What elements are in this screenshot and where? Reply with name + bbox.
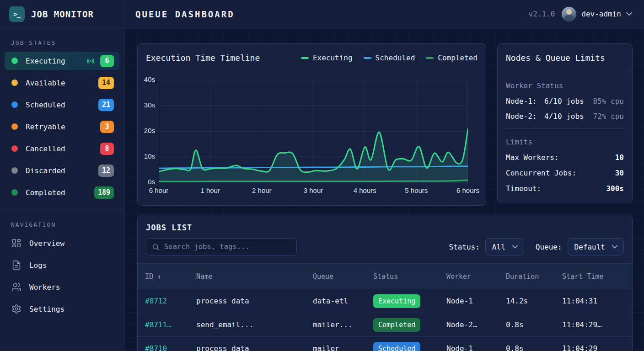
legend-item[interactable]: Completed [426, 53, 478, 62]
sidebar-state-cancelled[interactable]: Cancelled 8 [5, 139, 119, 158]
job-name: send_email... [196, 320, 313, 329]
navigation-header: NAVIGATION [11, 221, 124, 228]
job-worker: Node-1 [446, 344, 506, 351]
table-row[interactable]: #8712 process_data data-etl Executing No… [138, 289, 632, 313]
nav-item-workers[interactable]: Workers [0, 277, 124, 297]
sidebar-state-available[interactable]: Available 14 [5, 74, 119, 92]
legend-item[interactable]: Executing [301, 53, 353, 62]
filter-label: Queue: [536, 243, 562, 251]
version-label: v2.1.0 [529, 10, 555, 18]
job-id-link[interactable]: #8712 [145, 297, 196, 305]
state-count-badge: 3 [100, 121, 114, 133]
timeline-card-title: Execution Time Timeline [146, 53, 260, 63]
user-menu[interactable]: dev-admin [562, 7, 632, 21]
sidebar-state-retryable[interactable]: Retryable 3 [5, 117, 119, 136]
worker-row: Node-1: 6/10 jobs 85% cpu [506, 97, 624, 106]
status-badge: Completed [373, 318, 420, 332]
column-header-duration[interactable]: Duration [506, 272, 562, 281]
x-tick-label: 6 hours [447, 186, 488, 194]
filter-select[interactable]: Default [568, 238, 624, 255]
state-label: Cancelled [26, 144, 100, 153]
nav-label: Logs [29, 261, 47, 270]
state-count-badge: 6 [100, 55, 114, 67]
username: dev-admin [581, 10, 621, 18]
sidebar-state-completed[interactable]: Completed 189 [5, 183, 119, 202]
limits-list: Max Workers: 10 Concurrent Jobs: 30 Time… [506, 153, 624, 193]
filter-label: Status: [449, 243, 479, 251]
limit-label: Timeout: [506, 184, 541, 193]
select-value: Default [574, 243, 605, 251]
y-tick-label: 30s [138, 101, 155, 109]
chart-plot-area [159, 80, 468, 183]
filters: Status: All Queue: Default [443, 238, 624, 255]
legend-label: Completed [438, 53, 478, 62]
worker-status-list: Node-1: 6/10 jobs 85% cpu Node-2: 4/10 j… [506, 97, 624, 121]
limit-row: Max Workers: 10 [506, 153, 624, 162]
page-title: QUEUE DASHBOARD [135, 9, 235, 19]
nav-item-settings[interactable]: Settings [0, 299, 124, 319]
column-header-queue[interactable]: Queue [313, 272, 373, 281]
job-start-time: 11:04:29… [562, 320, 632, 329]
job-queue: mailer... [313, 320, 373, 329]
worker-status-header: Worker Status [506, 81, 624, 90]
job-states-header: JOB STATES [11, 39, 124, 46]
nav-item-overview[interactable]: Overview [0, 234, 124, 253]
table-header-row: ID ↑NameQueueStatusWorkerDurationStart T… [138, 264, 632, 289]
column-header-id[interactable]: ID ↑ [145, 272, 196, 281]
execution-timeline-card: Execution Time Timeline Executing Schedu… [137, 43, 486, 206]
limit-value: 10 [615, 153, 624, 162]
state-count-badge: 21 [98, 99, 114, 111]
limit-row: Timeout: 300s [506, 184, 624, 193]
worker-jobs: 6/10 jobs [544, 97, 584, 106]
limit-label: Max Workers: [506, 153, 559, 162]
worker-row: Node-2: 4/10 jobs 72% cpu [506, 112, 624, 121]
column-header-name[interactable]: Name [196, 272, 313, 281]
state-count-badge: 12 [98, 165, 114, 177]
chart-legend: Executing Scheduled Completed [301, 53, 478, 62]
state-label: Scheduled [26, 101, 98, 109]
chevron-down-icon [612, 245, 617, 249]
limit-row: Concurrent Jobs: 30 [506, 169, 624, 177]
state-count-badge: 8 [100, 143, 114, 155]
jobs-list-title: JOBS LIST [138, 215, 632, 232]
search-box[interactable] [146, 238, 297, 255]
column-header-start-time[interactable]: Start Time [562, 272, 632, 281]
sort-arrow-icon: ↑ [157, 273, 161, 280]
state-count-badge: 14 [98, 77, 114, 89]
chevron-down-icon [626, 12, 632, 16]
top-header: >_ JOB MONITOR QUEUE DASHBOARD v2.1.0 de… [0, 0, 644, 28]
state-dot [11, 189, 18, 196]
nav-item-logs[interactable]: Logs [0, 255, 124, 275]
state-dot [11, 145, 18, 152]
filter-status: Status: All [449, 238, 524, 255]
state-label: Executing [26, 57, 85, 65]
job-id-link[interactable]: #8711… [145, 320, 196, 329]
column-header-status[interactable]: Status [373, 272, 446, 281]
x-tick-label: 3 hour [293, 186, 334, 194]
job-start-time: 11:04:29 [562, 344, 632, 351]
nodes-divider [506, 128, 624, 129]
search-input[interactable] [164, 243, 291, 251]
filter-select[interactable]: All [485, 238, 524, 255]
x-tick-label: 4 hours [344, 186, 386, 194]
select-value: All [492, 243, 505, 251]
status-badge: Scheduled [373, 342, 420, 351]
table-row[interactable]: #8711… send_email... mailer... Completed… [138, 313, 632, 337]
jobs-toolbar: Status: All Queue: Default [138, 238, 632, 263]
nav-label: Overview [29, 239, 64, 248]
state-dot [11, 80, 18, 86]
state-label: Completed [26, 188, 94, 197]
nodes-limits-card: Nodes & Queue Limits Worker Status Node-… [497, 43, 633, 203]
main-content: Execution Time Timeline Executing Schedu… [124, 28, 644, 351]
job-name: process_data [196, 297, 313, 305]
limits-header: Limits [506, 138, 624, 146]
job-worker: Node-2… [446, 320, 506, 329]
sidebar-state-executing[interactable]: Executing 6 [5, 52, 119, 70]
sidebar-state-scheduled[interactable]: Scheduled 21 [5, 96, 119, 114]
legend-item[interactable]: Scheduled [364, 53, 415, 62]
table-row[interactable]: #8710 process_data mailer Scheduled Node… [138, 337, 632, 351]
column-header-worker[interactable]: Worker [446, 272, 506, 281]
job-id-link[interactable]: #8710 [145, 344, 196, 351]
sidebar-state-discarded[interactable]: Discarded 12 [5, 161, 119, 180]
limit-value: 30 [615, 169, 624, 177]
